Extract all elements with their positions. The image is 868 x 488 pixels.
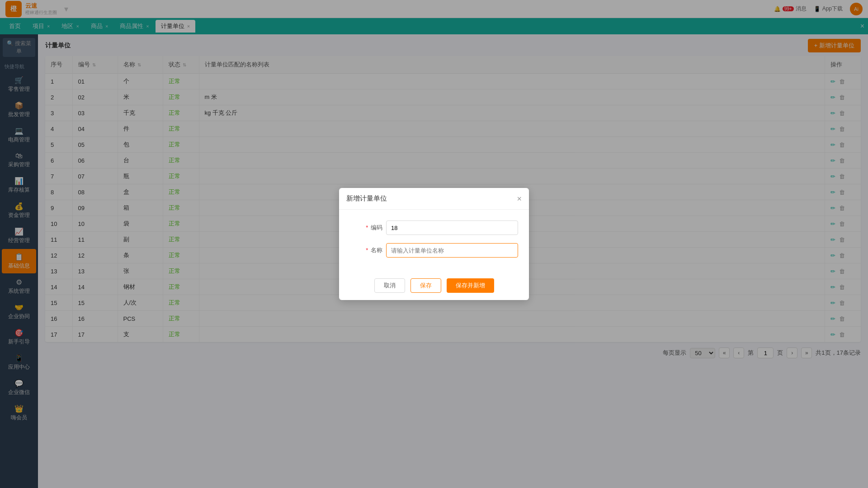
save-and-new-button[interactable]: 保存并新增 <box>447 278 494 293</box>
modal-overlay[interactable]: 新增计量单位 × * 编码 * 名称 取消 保存 保存并新增 <box>0 0 868 488</box>
code-label: * 编码 <box>350 224 386 232</box>
modal-body: * 编码 * 名称 <box>339 210 529 273</box>
code-input[interactable] <box>386 221 518 235</box>
modal-close-btn[interactable]: × <box>517 195 522 203</box>
name-label: * 名称 <box>350 246 386 254</box>
form-row-name: * 名称 <box>350 243 518 258</box>
form-row-code: * 编码 <box>350 221 518 235</box>
code-required-mark: * <box>366 224 368 231</box>
modal-header: 新增计量单位 × <box>339 188 529 210</box>
cancel-button[interactable]: 取消 <box>374 278 405 293</box>
name-required-mark: * <box>366 247 368 253</box>
add-unit-modal: 新增计量单位 × * 编码 * 名称 取消 保存 保存并新增 <box>339 188 529 300</box>
modal-title: 新增计量单位 <box>346 194 387 203</box>
save-button[interactable]: 保存 <box>410 278 441 293</box>
name-input[interactable] <box>386 243 518 258</box>
modal-footer: 取消 保存 保存并新增 <box>339 273 529 300</box>
